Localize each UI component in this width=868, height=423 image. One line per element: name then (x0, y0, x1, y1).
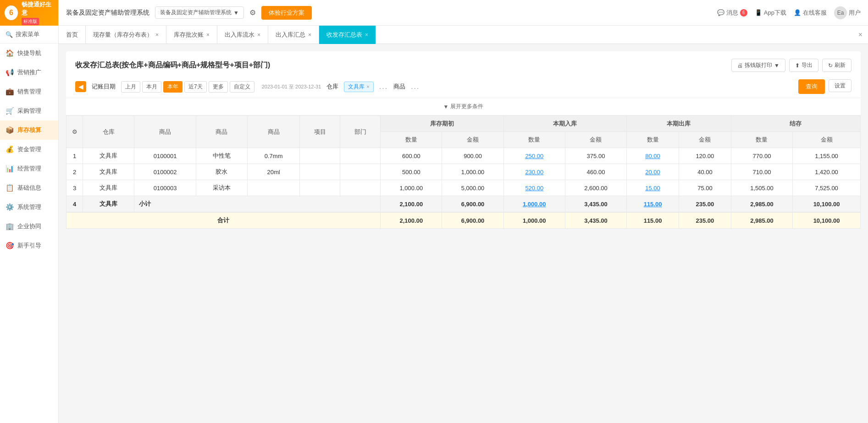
sidebar: 6 畅捷通好生意 标准版 🔍 搜索菜单 🏠 快捷导航 📢 营销推广 💼 销售管理… (0, 0, 59, 423)
tab-receipt-summary[interactable]: 收发存汇总表 × (319, 26, 376, 44)
sidebar-item-inventory[interactable]: 📦 库存核算 (0, 121, 58, 140)
tab-in-out-summary[interactable]: 出入库汇总 × (268, 26, 319, 44)
tab-in-out-flow-close[interactable]: × (257, 32, 260, 38)
subtotal-bal-amt: 10,100.00 (793, 196, 861, 213)
date-btn-last-month[interactable]: 上月 (121, 81, 140, 93)
tab-in-out-flow[interactable]: 出入库流水 × (217, 26, 268, 44)
print-btn[interactable]: 🖨 拣钱版打印 ▼ (731, 59, 785, 72)
sidebar-label-enterprise: 企业协同 (17, 222, 41, 231)
total-bal-amt: 10,100.00 (793, 212, 861, 229)
row-out-qty[interactable]: 20.00 (627, 164, 679, 180)
row-goods-code: 0100001 (134, 148, 196, 164)
set-btn[interactable]: 设置 (829, 79, 851, 92)
total-row: 合计 2,100.00 6,900.00 1,000.00 3,435.00 1… (66, 212, 861, 229)
col-settings[interactable]: ⚙ (66, 116, 83, 148)
goods-more-btn[interactable]: ... (411, 82, 420, 91)
row-dept (340, 180, 381, 196)
row-in-qty[interactable]: 250.00 (503, 148, 565, 164)
try-btn[interactable]: 体验行业方案 (261, 6, 312, 20)
message-badge: 6 (740, 9, 747, 16)
group-in: 本期入库 (503, 116, 626, 132)
user-item[interactable]: Ea 用户 (834, 6, 861, 19)
row-in-qty[interactable]: 230.00 (503, 164, 565, 180)
date-btn-this-year[interactable]: 本年 (163, 81, 182, 93)
date-btn-more[interactable]: 更多 (209, 81, 228, 93)
sidebar-item-marketing[interactable]: 📢 营销推广 (0, 63, 58, 82)
sidebar-item-quicknav[interactable]: 🏠 快捷导航 (0, 44, 58, 63)
subtotal-in-amt: 3,435.00 (565, 196, 626, 213)
warehouse-tag-text: 文具库 (348, 83, 365, 91)
system-icon: ⚙️ (6, 203, 14, 211)
sidebar-label-marketing: 营销推广 (17, 68, 41, 77)
sidebar-label-purchase: 采购管理 (17, 107, 41, 115)
print-label: 拣钱版打印 (745, 61, 772, 69)
sidebar-item-purchase[interactable]: 🛒 采购管理 (0, 101, 58, 121)
expand-more-btn[interactable]: ▼ 展开更多条件 (438, 101, 489, 112)
sidebar-item-system[interactable]: ⚙️ 系统管理 (0, 198, 58, 217)
export-btn[interactable]: ⬆ 导出 (789, 59, 818, 72)
filter-toggle[interactable]: ◀ (75, 81, 86, 92)
row-bal-qty: 1,505.00 (731, 180, 792, 196)
tab-in-out-flow-label: 出入库流水 (225, 31, 254, 39)
warehouse-tag-close[interactable]: × (366, 84, 369, 89)
warehouse-tag[interactable]: 文具库 × (344, 82, 373, 92)
row-out-qty[interactable]: 15.00 (627, 180, 679, 196)
sidebar-item-sales[interactable]: 💼 销售管理 (0, 82, 58, 101)
row-goods-name: 胶水 (196, 164, 247, 180)
tab-inventory-dist[interactable]: 现存量（库存分布表） × (86, 26, 166, 44)
total-out-amt: 235.00 (679, 212, 731, 229)
sidebar-item-base[interactable]: 📋 基础信息 (0, 178, 58, 198)
service-label: 在线客服 (803, 9, 827, 17)
search-icon: 🔍 (6, 31, 13, 38)
query-btn[interactable]: 查询 (798, 79, 825, 94)
expand-more-row: ▼ 展开更多条件 (66, 98, 861, 115)
tab-receipt-summary-close[interactable]: × (365, 32, 368, 38)
group-out: 本期出库 (627, 116, 731, 132)
online-service-item[interactable]: 👤 在线客服 (794, 9, 827, 17)
date-btn-7days[interactable]: 近7天 (184, 81, 207, 93)
total-in-qty: 1,000.00 (503, 212, 565, 229)
row-no: 3 (66, 180, 83, 196)
row-out-amt: 40.00 (679, 164, 731, 180)
sidebar-item-enterprise[interactable]: 🏢 企业协同 (0, 217, 58, 236)
date-range: 2023-01-01 至 2023-12-31 (262, 83, 321, 90)
row-goods-spec (248, 180, 300, 196)
subtotal-in-qty: 1,000.00 (503, 196, 565, 213)
app-download-label: App下载 (764, 9, 786, 17)
logo-text: 畅捷通好生意 标准版 (22, 0, 54, 25)
warehouse-more-btn[interactable]: ... (379, 82, 388, 91)
tab-batch[interactable]: 库存批次账 × (166, 26, 217, 44)
tab-batch-label: 库存批次账 (174, 31, 204, 39)
row-open-amt: 900.00 (442, 148, 503, 164)
row-out-amt: 75.00 (679, 180, 731, 196)
sidebar-item-search[interactable]: 🔍 搜索菜单 (0, 26, 58, 44)
subtotal-warehouse: 文具库 (83, 196, 134, 213)
subtotal-out-amt: 235.00 (679, 196, 731, 213)
row-in-qty[interactable]: 520.00 (503, 180, 565, 196)
table-row: 3 文具库 0100003 采访本 1,000.00 5,000.00 520.… (66, 180, 861, 196)
sidebar-item-finance[interactable]: 💰 资金管理 (0, 140, 58, 159)
tab-in-out-summary-close[interactable]: × (308, 32, 311, 38)
close-all-tabs[interactable]: × (853, 31, 868, 39)
row-out-qty[interactable]: 80.00 (627, 148, 679, 164)
app-download-item[interactable]: 📱 App下载 (755, 9, 786, 17)
total-out-qty: 115.00 (627, 212, 679, 229)
phone-icon: 📱 (755, 9, 762, 16)
settings-icon[interactable]: ⚙ (249, 8, 256, 17)
tab-inventory-dist-close[interactable]: × (155, 32, 159, 38)
date-btn-this-month[interactable]: 本月 (142, 81, 161, 93)
refresh-btn[interactable]: ↻ 刷新 (822, 59, 851, 72)
tab-batch-close[interactable]: × (206, 32, 210, 38)
sales-icon: 💼 (6, 88, 14, 96)
total-label: 合计 (66, 212, 381, 229)
sidebar-item-operations[interactable]: 📊 经营管理 (0, 159, 58, 178)
system-selector[interactable]: 装备及固定资产辅助管理系统 ▼ (155, 6, 244, 19)
sidebar-item-newbie[interactable]: 🎯 新手引导 (0, 236, 58, 255)
date-btn-custom[interactable]: 自定义 (230, 81, 254, 93)
export-label: 导出 (802, 61, 813, 69)
message-item[interactable]: 💬 消息 6 (717, 9, 747, 17)
tab-home[interactable]: 首页 (59, 26, 86, 44)
system-name: 装备及固定资产辅助管理系统 (66, 9, 149, 17)
expand-icon: ▼ (443, 104, 449, 110)
topbar: 装备及固定资产辅助管理系统 装备及固定资产辅助管理系统 ▼ ⚙ 体验行业方案 💬… (59, 0, 868, 26)
